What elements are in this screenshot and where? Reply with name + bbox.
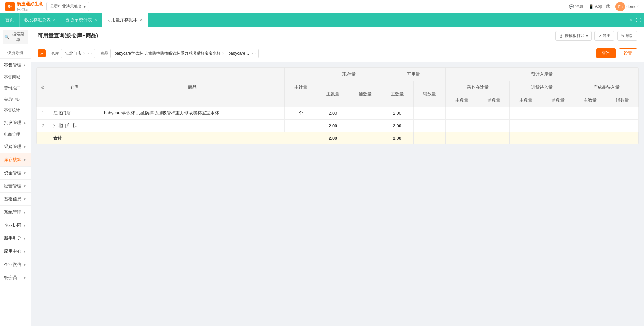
sidebar-section-basic-header[interactable]: 基础信息 ▼ [0,193,31,205]
sidebar-section-wechat-header[interactable]: 企业微信 ▼ [0,258,31,271]
logo-sub: 标准版 [17,7,43,12]
expand-window-btn[interactable]: ⛶ [636,17,641,23]
warehouse-more-icon[interactable]: ··· [88,51,92,56]
chevron-system-icon: ▼ [23,211,26,214]
sidebar-section-purchase: 采购管理 ▼ [0,140,31,153]
filter-expand-btn[interactable]: » [38,49,46,57]
query-btn[interactable]: 查询 [596,48,616,58]
row-finished-main-1 [574,107,606,120]
th-purchase-transit: 采购在途量 [445,81,510,94]
sidebar-section-operations-header[interactable]: 经营管理 ▼ [0,180,31,192]
message-action[interactable]: 💬 消息 [569,4,583,9]
table-row: 2 江北门店【... 2.00 2.00 [37,120,639,132]
print-icon: 🖨 [559,34,563,38]
sidebar-member-label: 畅会员 [4,275,17,281]
chevron-newbie-icon: ▼ [23,237,26,240]
tab-receipts[interactable]: 收发存汇总表 ✕ [20,13,61,27]
search-menu-btn[interactable]: 🔍 搜索菜单 [3,30,28,44]
user-label: demo2 [626,4,639,9]
tab-order-stats-label: 要货单统计表 [66,17,92,23]
tab-available-stock-label: 可用量库存账本 [107,17,138,23]
sidebar-item-ecommerce[interactable]: 电商管理 [0,129,31,140]
top-bar-left: 好 畅捷通好生意 标准版 母婴行业演示账套 ▾ [5,1,89,12]
close-window-btn[interactable]: ✕ [629,17,633,23]
summary-spacer-1 [37,132,49,144]
tab-receipts-label: 收发存汇总表 [24,17,51,23]
sidebar-system-label: 系统管理 [4,209,21,215]
refresh-btn[interactable]: ↻ 刷新 [617,31,637,41]
sidebar-operations-label: 经营管理 [4,183,21,189]
sidebar-section-wholesale-header[interactable]: 批发管理 ▲ [0,116,31,129]
sidebar-section-inventory-header[interactable]: 库存核算 ▼ [0,153,31,166]
warehouse-tag-value: 江北门店 [65,51,82,56]
sidebar-section-newbie: 新手引导 ▼ [0,232,31,245]
logo-icon: 好 [5,2,15,11]
row-num-2: 2 [37,120,49,132]
row-num-1: 1 [37,107,49,120]
product-filter-label: 商品 [100,51,108,56]
sidebar-section-wechat: 企业微信 ▼ [0,258,31,271]
row-finished-aux-2 [606,120,639,132]
row-current-aux-1 [349,107,381,120]
settings-btn[interactable]: 设置 [619,48,637,58]
summary-incoming-aux [542,132,574,144]
row-available-aux-2 [413,120,445,132]
product-more-icon[interactable]: ··· [252,51,256,56]
warehouse-tag-close[interactable]: ✕ [83,52,85,55]
tab-available-stock-close[interactable]: ✕ [140,18,143,22]
tab-home[interactable]: 首页 [0,13,20,27]
top-bar-right: 💬 消息 📱 App下载 Ea demo2 [569,2,639,11]
sidebar-item-retail-mall[interactable]: 零售商城 [0,72,31,83]
sidebar-section-member-header[interactable]: 畅会员 ▼ [0,271,31,284]
row-incoming-aux-2 [542,120,574,132]
sidebar-section-purchase-header[interactable]: 采购管理 ▼ [0,140,31,153]
warehouse-filter-input[interactable]: 江北门店 ✕ ··· [61,49,95,58]
industry-selector[interactable]: 母婴行业演示账套 ▾ [46,2,89,11]
chevron-inventory-icon: ▼ [23,158,26,162]
sidebar-section-retail-header[interactable]: 零售管理 ▲ [0,59,31,72]
product-tag-2: babycare… [227,51,250,56]
sidebar-section-apps: 应用中心 ▼ [0,245,31,258]
th-finished-main: 主数量 [574,94,606,107]
avatar: Ea [615,2,625,11]
tab-available-stock[interactable]: 可用量库存账本 ✕ [102,13,148,27]
sidebar-section-enterprise-header[interactable]: 企业协同 ▼ [0,219,31,232]
user-action[interactable]: Ea demo2 [615,2,639,11]
print-template-btn[interactable]: 🖨 按模板打印 ▾ [555,31,592,41]
summary-label: 合计 [49,132,317,144]
tab-order-stats-close[interactable]: ✕ [94,18,97,22]
tab-order-stats[interactable]: 要货单统计表 ✕ [61,13,102,27]
th-available-main: 主数量 [381,81,414,107]
sidebar-section-newbie-header[interactable]: 新手引导 ▼ [0,232,31,245]
sidebar-item-members[interactable]: 会员中心 [0,94,31,105]
th-finished-aux: 辅数量 [606,94,639,107]
th-current-aux: 辅数量 [349,81,381,107]
product-tag-1-close[interactable]: ✕ [222,52,224,55]
product-filter-input[interactable]: babycare学饮杯 儿童防摔防撞吸管杯重力球吸嘴杯宝宝水杯 ✕ babyca… [110,49,259,58]
th-incoming: 进货待入量 [510,81,574,94]
column-settings-icon[interactable]: ⚙ [41,85,45,90]
nav-tabs: 首页 收发存汇总表 ✕ 要货单统计表 ✕ 可用量库存账本 ✕ ✕ ⛶ [0,13,644,27]
sidebar-section-basic: 基础信息 ▼ [0,193,31,206]
summary-available-main: 2.00 [381,132,414,144]
product-filter-field: 商品 babycare学饮杯 儿童防摔防撞吸管杯重力球吸嘴杯宝宝水杯 ✕ bab… [100,49,259,58]
sidebar-section-finance-header[interactable]: 资金管理 ▼ [0,167,31,179]
row-purchase-aux-1 [478,107,510,120]
th-main-unit: 主计量 [285,68,317,107]
sidebar-section-apps-header[interactable]: 应用中心 ▼ [0,245,31,258]
th-current-main: 主数量 [317,81,349,107]
summary-row: 合计 2.00 2.00 [37,132,639,144]
row-current-aux-2 [349,120,381,132]
sidebar-section-system-header[interactable]: 系统管理 ▼ [0,206,31,219]
sidebar-section-enterprise: 企业协同 ▼ [0,219,31,232]
export-btn[interactable]: ↗ 导出 [594,31,614,41]
th-product: 商品 [100,68,285,107]
app-download-action[interactable]: 📱 App下载 [589,4,610,9]
sidebar-item-marketing[interactable]: 营销推广 [0,83,31,94]
quick-nav-btn[interactable]: 快捷导航 [0,47,31,59]
th-warehouse: 仓库 [49,68,100,107]
chevron-basic-icon: ▼ [23,197,26,201]
sidebar-retail-label: 零售管理 [4,62,21,68]
sidebar-item-retail-stats[interactable]: 零售统计 [0,105,31,116]
tab-receipts-close[interactable]: ✕ [53,18,56,22]
